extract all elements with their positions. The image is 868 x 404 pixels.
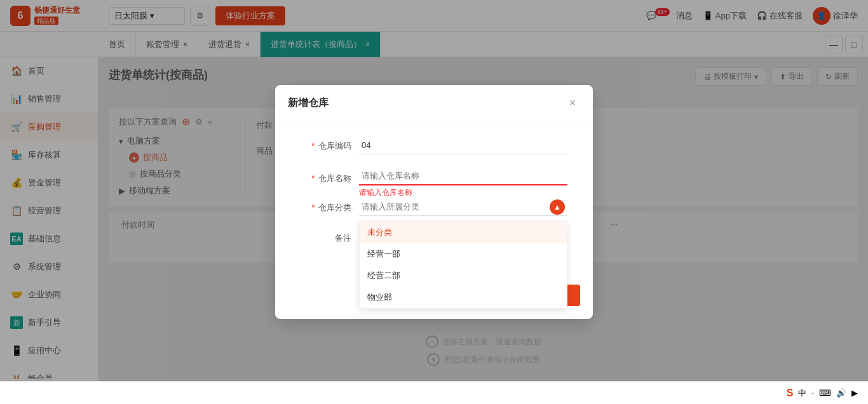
name-error-message: 请输入仓库名称 bbox=[359, 187, 412, 198]
status-speaker-icon[interactable]: 🔊 bbox=[836, 388, 846, 398]
category-arrow-button[interactable]: ▲ bbox=[550, 199, 565, 215]
status-s-icon[interactable]: S bbox=[787, 387, 794, 399]
dropdown-item-2[interactable]: 经营二部 bbox=[360, 265, 567, 286]
status-bar: S 中 · ⌨ 🔊 ▶ bbox=[0, 381, 868, 404]
category-dropdown: 未分类 经营一部 经营二部 物业部 bbox=[359, 221, 567, 309]
status-keyboard-icon[interactable]: ⌨ bbox=[819, 388, 831, 398]
status-triangle-icon[interactable]: ▶ bbox=[851, 388, 858, 398]
name-label: * 仓库名称 bbox=[301, 169, 351, 184]
dropdown-item-1[interactable]: 经营一部 bbox=[360, 243, 567, 265]
name-input[interactable] bbox=[359, 167, 567, 185]
status-dot-icon[interactable]: · bbox=[811, 388, 814, 398]
code-input[interactable] bbox=[359, 137, 567, 154]
status-lang-icon[interactable]: 中 bbox=[798, 387, 806, 399]
modal-body: * 仓库编码 * 仓库名称 请输入仓库名称 * bbox=[275, 121, 593, 277]
modal-title: 新增仓库 bbox=[288, 97, 329, 110]
modal-close-button[interactable]: × bbox=[565, 95, 580, 111]
note-label: 备注 bbox=[301, 229, 351, 244]
dropdown-item-0[interactable]: 未分类 bbox=[360, 222, 567, 243]
category-label: * 仓库分类 bbox=[301, 198, 351, 213]
category-select-wrapper: ▲ 未分类 经营一部 经营二部 物业部 bbox=[359, 198, 567, 216]
add-warehouse-modal: 新增仓库 × * 仓库编码 * 仓库名称 bbox=[275, 85, 593, 319]
form-row-name: * 仓库名称 请输入仓库名称 bbox=[301, 167, 567, 185]
modal-header: 新增仓库 × bbox=[275, 85, 593, 121]
code-label: * 仓库编码 bbox=[301, 137, 351, 152]
status-bar-right: S 中 · ⌨ 🔊 ▶ bbox=[787, 387, 858, 399]
dropdown-item-3[interactable]: 物业部 bbox=[360, 286, 567, 308]
form-row-code: * 仓库编码 bbox=[301, 137, 567, 154]
category-input[interactable] bbox=[359, 198, 567, 216]
modal-overlay: 新增仓库 × * 仓库编码 * 仓库名称 bbox=[0, 0, 868, 404]
form-row-category: * 仓库分类 ▲ 未分类 经营一部 经营二部 物业部 bbox=[301, 198, 567, 216]
